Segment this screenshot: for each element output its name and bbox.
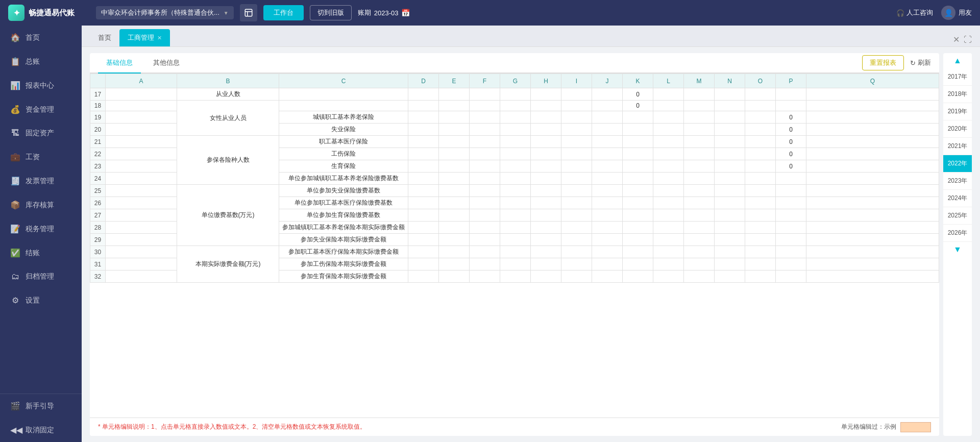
cell-p[interactable]: 0: [776, 124, 806, 136]
cell-q[interactable]: [806, 209, 939, 222]
cell-empty[interactable]: [439, 111, 470, 124]
workbench-button[interactable]: 工作台: [263, 5, 304, 20]
cell-empty[interactable]: [561, 88, 592, 101]
cell-empty[interactable]: [715, 258, 745, 271]
cell-p[interactable]: 0: [776, 111, 806, 124]
sidebar-item-settings[interactable]: ⚙ 设置: [0, 288, 82, 312]
cell-empty[interactable]: [439, 101, 470, 111]
cell-p[interactable]: [776, 197, 806, 209]
cell-a[interactable]: [106, 271, 177, 283]
cell-k[interactable]: [623, 197, 653, 209]
cell-empty[interactable]: [470, 246, 500, 258]
cell-empty[interactable]: [561, 246, 592, 258]
cell-empty[interactable]: [592, 234, 623, 246]
cell-empty[interactable]: [561, 124, 592, 136]
cell-empty[interactable]: [684, 209, 715, 222]
cell-b[interactable]: 本期实际缴费金额(万元): [177, 246, 279, 283]
cell-k[interactable]: [623, 185, 653, 197]
cell-empty[interactable]: [684, 234, 715, 246]
cell-a[interactable]: [106, 160, 177, 173]
cell-empty[interactable]: [500, 88, 531, 101]
cell-empty[interactable]: [592, 160, 623, 173]
cell-empty[interactable]: [592, 101, 623, 111]
cell-empty[interactable]: [561, 271, 592, 283]
cell-k[interactable]: [623, 136, 653, 148]
cell-empty[interactable]: [745, 136, 776, 148]
cell-empty[interactable]: [684, 160, 715, 173]
cell-empty[interactable]: [500, 197, 531, 209]
sidebar-item-archive[interactable]: 🗂 归档管理: [0, 265, 82, 288]
cell-empty[interactable]: [561, 136, 592, 148]
cell-empty[interactable]: [715, 101, 745, 111]
cell-empty[interactable]: [470, 124, 500, 136]
cell-empty[interactable]: [561, 197, 592, 209]
cell-a[interactable]: [106, 185, 177, 197]
cell-empty[interactable]: [561, 173, 592, 185]
cell-empty[interactable]: [745, 234, 776, 246]
cell-a[interactable]: [106, 246, 177, 258]
cell-p[interactable]: [776, 271, 806, 283]
cell-empty[interactable]: [439, 185, 470, 197]
cell-empty[interactable]: [500, 124, 531, 136]
cell-empty[interactable]: [439, 197, 470, 209]
cell-empty[interactable]: [592, 258, 623, 271]
cell-p[interactable]: [776, 209, 806, 222]
cell-empty[interactable]: [684, 111, 715, 124]
cell-empty[interactable]: [408, 209, 439, 222]
cell-empty[interactable]: [531, 185, 561, 197]
sidebar-item-newguide[interactable]: 🎬 新手引导: [0, 394, 82, 418]
cell-empty[interactable]: [745, 271, 776, 283]
cell-empty[interactable]: [531, 173, 561, 185]
sub-tab-basic[interactable]: 基础信息: [98, 53, 141, 72]
cell-empty[interactable]: [470, 234, 500, 246]
cell-c[interactable]: 参加失业保险本期实际缴费金额: [279, 234, 408, 246]
cell-c[interactable]: [279, 101, 408, 111]
sub-tab-other[interactable]: 其他信息: [145, 53, 188, 72]
cell-k[interactable]: 0: [623, 88, 653, 101]
cell-empty[interactable]: [470, 173, 500, 185]
cell-k[interactable]: [623, 111, 653, 124]
cell-k[interactable]: [623, 209, 653, 222]
cell-empty[interactable]: [439, 222, 470, 234]
cell-p[interactable]: [776, 222, 806, 234]
cell-p[interactable]: [776, 258, 806, 271]
year-up-btn[interactable]: ▲: [943, 53, 972, 68]
cell-empty[interactable]: [715, 148, 745, 160]
cell-empty[interactable]: [531, 209, 561, 222]
table-row[interactable]: 30本期实际缴费金额(万元)参加职工基本医疗保险本期实际缴费金额: [90, 246, 939, 258]
cell-empty[interactable]: [653, 258, 684, 271]
cell-c[interactable]: 单位参加生育保险缴费基数: [279, 209, 408, 222]
tab-business[interactable]: 工商管理 ✕: [119, 29, 170, 46]
sidebar-item-invoice[interactable]: 🧾 发票管理: [0, 169, 82, 193]
cell-empty[interactable]: [653, 185, 684, 197]
cell-empty[interactable]: [684, 246, 715, 258]
table-row[interactable]: 21参保各险种人数职工基本医疗保险0: [90, 136, 939, 148]
cell-empty[interactable]: [408, 185, 439, 197]
cell-p[interactable]: [776, 246, 806, 258]
cell-empty[interactable]: [408, 258, 439, 271]
cell-empty[interactable]: [715, 173, 745, 185]
cell-q[interactable]: [806, 246, 939, 258]
cell-empty[interactable]: [715, 234, 745, 246]
cell-empty[interactable]: [684, 258, 715, 271]
cell-empty[interactable]: [592, 271, 623, 283]
cell-a[interactable]: [106, 258, 177, 271]
user-area[interactable]: 👤 用友: [941, 6, 972, 20]
cell-empty[interactable]: [561, 209, 592, 222]
cell-a[interactable]: [106, 209, 177, 222]
cell-empty[interactable]: [684, 173, 715, 185]
cell-a[interactable]: [106, 101, 177, 111]
cell-empty[interactable]: [653, 246, 684, 258]
cell-empty[interactable]: [745, 88, 776, 101]
cell-p[interactable]: [776, 101, 806, 111]
cell-k[interactable]: [623, 246, 653, 258]
cell-empty[interactable]: [745, 258, 776, 271]
cell-empty[interactable]: [745, 185, 776, 197]
cell-empty[interactable]: [531, 124, 561, 136]
cell-empty[interactable]: [500, 173, 531, 185]
cell-empty[interactable]: [531, 246, 561, 258]
cell-empty[interactable]: [653, 124, 684, 136]
cell-empty[interactable]: [653, 111, 684, 124]
cell-empty[interactable]: [684, 271, 715, 283]
cell-q[interactable]: [806, 124, 939, 136]
